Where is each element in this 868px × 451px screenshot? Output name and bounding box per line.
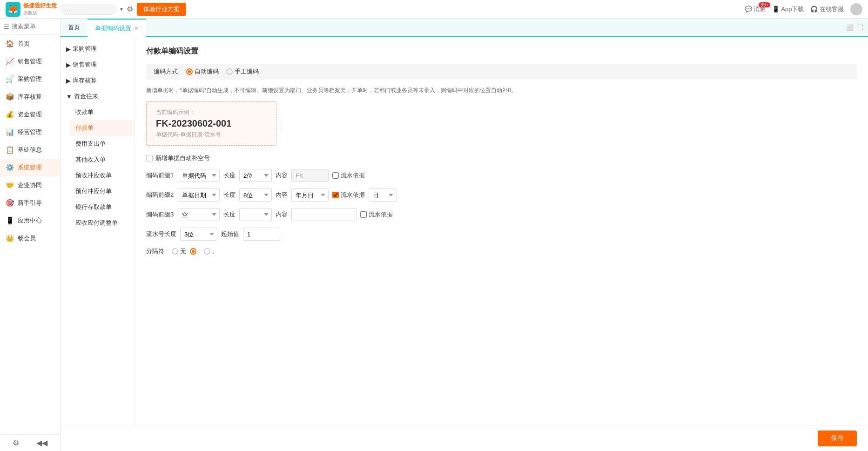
prefix3-serial-checkbox[interactable] (360, 211, 367, 218)
preview-box: 当前编码示例： FK-20230602-001 单据代码-单据日期-流水号 (146, 101, 276, 146)
home-icon: 🏠 (6, 40, 14, 48)
sep-dash-dot (190, 248, 196, 255)
inner-group-purchase[interactable]: ▶ 采购管理 (61, 41, 135, 57)
nav-dropdown[interactable]: ▾ (120, 6, 123, 13)
inner-item-prepay-collect[interactable]: 预收冲应收单 (70, 168, 135, 183)
collapse-icon[interactable]: ◀◀ (36, 438, 47, 447)
prefix2-serial-checkbox[interactable] (332, 192, 339, 198)
start-value-input[interactable] (243, 228, 280, 241)
auto-fill-checkbox[interactable] (146, 155, 153, 162)
auto-fill-row: 新增单据自动补空号 (146, 154, 857, 162)
chevron-down-icon: ▼ (66, 93, 72, 100)
manual-encode-radio[interactable]: 手工编码 (226, 67, 259, 76)
inner-item-prepay-pay[interactable]: 预付冲应付单 (70, 183, 135, 199)
sidebar: ☰ 搜索菜单 🏠 首页 📈 销售管理 🛒 采购管理 📦 库存核算 💰 资 (0, 19, 61, 451)
sidebar-item-basic[interactable]: 📋 基础信息 (0, 141, 60, 159)
prefix1-serial-checkbox[interactable] (332, 172, 339, 179)
avatar[interactable] (850, 3, 862, 15)
inner-group-sales[interactable]: ▶ 销售管理 (61, 57, 135, 73)
sidebar-item-apps[interactable]: 📱 应用中心 (0, 212, 60, 229)
sep-dot-dot (204, 248, 210, 255)
inner-item-expense[interactable]: 费用支出单 (70, 136, 135, 152)
sidebar-item-label: 系统管理 (18, 163, 42, 172)
prefix1-select[interactable]: 单据代码 (178, 169, 220, 182)
page-title: 付款单编码设置 (146, 47, 857, 56)
inner-group-inventory[interactable]: ▶ 库存核算 (61, 73, 135, 88)
tab-close-icon[interactable]: ✕ (134, 26, 138, 32)
sidebar-item-home[interactable]: 🏠 首页 (0, 35, 60, 53)
sidebar-item-label: 销售管理 (18, 57, 42, 66)
apps-icon: 📱 (6, 216, 14, 225)
sidebar-item-newguide[interactable]: 🎯 新手引导 (0, 194, 60, 212)
messages-btn[interactable]: 💬 消息 99+ (745, 5, 766, 13)
search-icon: ☰ (4, 23, 9, 30)
settings-icon[interactable]: ⚙ (127, 5, 133, 13)
auto-fill-label: 新增单据自动补空号 (155, 154, 210, 162)
serial-length-select[interactable]: 3位 (180, 228, 217, 241)
sidebar-item-finance[interactable]: 💰 资金管理 (0, 106, 60, 123)
save-bar: 保存 (61, 425, 868, 451)
save-button[interactable]: 保存 (818, 431, 857, 446)
prefix1-content-input[interactable] (291, 169, 329, 182)
content-area: 首页 单据编码设置 ✕ ⬜ ⛶ ▶ 采购管理 ▶ 销售管理 (61, 19, 868, 451)
trial-button[interactable]: 体验行业方案 (137, 3, 186, 16)
inner-item-ar-ap-adjust[interactable]: 应收应付调整单 (70, 215, 135, 231)
sidebar-item-system[interactable]: ⚙️ 系统管理 (0, 159, 60, 176)
tab-encode-setting-label: 单据编码设置 (95, 24, 131, 33)
settings-bottom-icon[interactable]: ⚙ (13, 438, 19, 447)
separator-label: 分隔符 (146, 247, 164, 256)
prefix3-length-label: 长度 (223, 210, 236, 219)
tab-home-label: 首页 (68, 23, 80, 32)
prefix2-label: 编码前缀2 (146, 191, 174, 199)
prefix3-select[interactable]: 空 (178, 208, 220, 221)
sep-dot-radio[interactable]: . (204, 248, 214, 255)
chevron-right-icon: ▶ (66, 46, 71, 53)
prefix2-content-select[interactable]: 年月日 (291, 188, 329, 202)
prefix3-serial-check[interactable]: 流水依据 (360, 210, 393, 219)
sidebar-item-label: 经营管理 (18, 128, 42, 136)
search-menu-btn[interactable]: ☰ 搜索菜单 (0, 19, 60, 35)
sidebar-item-label: 资金管理 (18, 110, 42, 119)
app-download-btn[interactable]: 📱 App下载 (772, 5, 804, 13)
prefix2-serial-check[interactable]: 流水依据 (332, 191, 365, 199)
sep-dash-radio[interactable]: - (190, 248, 200, 255)
inner-item-payment[interactable]: 付款单 (70, 120, 135, 136)
tab-encode-setting[interactable]: 单据编码设置 ✕ (87, 19, 146, 37)
main-layout: ☰ 搜索菜单 🏠 首页 📈 销售管理 🛒 采购管理 📦 库存核算 💰 资 (0, 19, 868, 451)
tab-expand-icon[interactable]: ⛶ (857, 24, 863, 31)
inner-item-receipt[interactable]: 收款单 (70, 104, 135, 120)
prefix2-select[interactable]: 单据日期 (178, 188, 220, 202)
purchase-icon: 🛒 (6, 75, 14, 83)
online-service-btn[interactable]: 🎧 在线客服 (810, 5, 844, 13)
sidebar-item-inventory[interactable]: 📦 库存核算 (0, 88, 60, 106)
auto-encode-radio[interactable]: 自动编码 (186, 67, 219, 76)
enterprise-icon: 🤝 (6, 181, 14, 189)
inner-item-bank-deposit[interactable]: 银行存取款单 (70, 199, 135, 215)
sidebar-item-operation[interactable]: 📊 经营管理 (0, 123, 60, 141)
encode-method-radio-group: 自动编码 手工编码 (186, 67, 259, 76)
sep-none-radio[interactable]: 无 (172, 247, 186, 256)
prefix1-length-select[interactable]: 2位 (239, 169, 272, 182)
prefix3-content-input[interactable] (291, 208, 357, 221)
prefix3-length-select[interactable] (239, 208, 272, 221)
sidebar-item-enterprise[interactable]: 🤝 企业协同 (0, 176, 60, 194)
prefix2-length-select[interactable]: 8位 (239, 188, 272, 202)
sidebar-item-label: 采购管理 (18, 75, 42, 83)
prefix1-length-label: 长度 (223, 171, 236, 180)
sep-none-dot (172, 248, 178, 255)
chevron-right-icon: ▶ (66, 61, 71, 68)
inner-item-other-income[interactable]: 其他收入单 (70, 152, 135, 168)
tab-collapse-icon[interactable]: ⬜ (846, 24, 854, 31)
preview-label: 当前编码示例： (156, 108, 267, 116)
auto-encode-label: 自动编码 (195, 67, 219, 76)
finance-icon: 💰 (6, 110, 14, 119)
prefix2-serial-select[interactable]: 日 (369, 188, 397, 202)
inventory-icon: 📦 (6, 93, 14, 101)
tab-home[interactable]: 首页 (61, 19, 87, 37)
prefix1-serial-check[interactable]: 流水依据 (332, 171, 365, 180)
sidebar-item-member[interactable]: 👑 畅会员 (0, 229, 60, 247)
sidebar-item-sales[interactable]: 📈 销售管理 (0, 53, 60, 70)
sidebar-item-purchase[interactable]: 🛒 采购管理 (0, 70, 60, 88)
inner-group-fund[interactable]: ▼ 资金往来 (61, 88, 135, 104)
basic-icon: 📋 (6, 146, 14, 154)
